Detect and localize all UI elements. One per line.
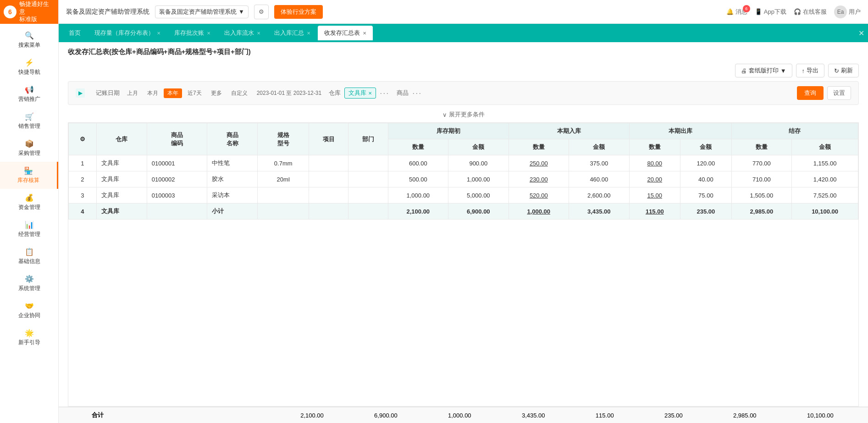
messages-button[interactable]: 🔔 消息 6 [726,8,747,16]
col-settings-header[interactable]: ⚙ [69,123,97,155]
row-warehouse: 文具库 [96,171,147,187]
tab-batch-ledger-close[interactable]: ✕ [207,31,210,36]
row-open-amt: 900.00 [448,155,509,171]
row-open-qty: 600.00 [388,155,448,171]
row-goods-name: 小计 [207,203,258,220]
close-all-tabs-button[interactable]: ✕ [858,29,864,38]
online-service-button[interactable]: 🎧 在线客服 [794,8,827,16]
sidebar-item-quicknav[interactable]: ⚡ 快捷导航 [0,54,58,81]
print-button[interactable]: 🖨 套纸版打印 ▼ [735,64,792,77]
tab-recv-send-summary[interactable]: 收发存汇总表 ✕ [318,26,373,40]
row-project [309,171,348,187]
row-bal-amt: 1,155.00 [792,155,858,171]
print-dropdown-icon: ▼ [780,67,786,74]
sidebar-item-finance[interactable]: 💰 资金管理 [0,189,58,216]
goods-filter-group: 商品 ··· [397,88,422,98]
row-no: 2 [69,171,97,187]
app-download-label: App下载 [764,8,786,16]
data-table-wrap: ⚙ 仓库 商品编码 商品名称 规格型号 项目 部门 库存期初 本期入库 本期出库… [68,122,859,407]
sidebar-item-basic[interactable]: 📋 基础信息 [0,243,58,270]
sidebar-label-system: 系统管理 [18,285,40,292]
query-button[interactable]: 查询 [797,86,824,100]
goods-more-button[interactable]: ··· [412,88,422,98]
row-out-amt: 75.00 [680,187,732,203]
row-open-qty: 1,000.00 [388,187,448,203]
date-btn-custom[interactable]: 自定义 [227,88,251,98]
expand-conditions-button[interactable]: ∨ 展开更多条件 [442,110,485,119]
row-no: 3 [69,187,97,203]
date-btn-this-month[interactable]: 本月 [144,88,162,98]
sidebar-item-search[interactable]: 🔍 搜索菜单 [0,27,58,54]
sidebar-item-system[interactable]: ⚙️ 系统管理 [0,270,58,297]
sidebar-item-guide[interactable]: 🌟 新手引导 [0,324,58,351]
page-title: 收发存汇总表(按仓库+商品编码+商品+规格型号+项目+部门) [68,48,859,56]
row-out-qty[interactable]: 20.00 [629,171,680,187]
date-filter-group: 记账日期 上月 本月 本年 近7天 更多 自定义 2023-01-01 至 20… [96,88,321,98]
row-out-qty[interactable]: 80.00 [629,155,680,171]
sidebar-item-marketing[interactable]: 📢 营销推广 [0,81,58,108]
filter-settings-button[interactable]: 设置 [827,86,851,100]
sidebar-label-inventory: 库存核算 [17,176,39,184]
col-out-group-header: 本期出库 [629,123,731,139]
row-in-qty[interactable]: 1,000.00 [509,203,569,220]
filter-collapse-button[interactable]: ▶ [76,88,85,98]
row-in-qty[interactable]: 230.00 [509,171,569,187]
sidebar-item-purchase[interactable]: 📦 采购管理 [0,135,58,162]
sidebar-label-marketing: 营销推广 [18,95,40,103]
user-button[interactable]: Ea 用户 [834,5,861,18]
cart-icon: 🛒 [25,112,34,121]
col-out-amt-header: 金额 [680,139,732,155]
col-warehouse-header: 仓库 [96,123,147,155]
tab-stock-dist-close[interactable]: ✕ [157,31,160,36]
row-in-amt: 375.00 [569,155,629,171]
col-goods-name-header: 商品名称 [207,123,258,155]
warehouse-tag-remove[interactable]: ✕ [368,91,372,96]
row-bal-qty: 1,505.00 [731,187,791,203]
logo-icon: 6 [4,5,17,18]
row-goods-spec: 20ml [258,171,309,187]
sidebar: 6 畅捷通好生意 标准版 🔍 搜索菜单 ⚡ 快捷导航 📢 营销推广 🛒 销售管理… [0,0,59,423]
row-out-qty[interactable]: 15.00 [629,187,680,203]
tab-batch-ledger[interactable]: 库存批次账 ✕ [168,26,217,40]
settings-gear-button[interactable]: ⚙ [254,5,269,19]
date-btn-7days[interactable]: 近7天 [184,88,205,98]
col-goods-spec-header: 规格型号 [258,123,309,155]
date-btn-this-year[interactable]: 本年 [164,88,182,98]
headset-icon: 🎧 [794,8,801,15]
warehouse-more-button[interactable]: ··· [380,88,389,98]
refresh-label: 刷新 [841,66,853,75]
export-button[interactable]: ↑ 导出 [796,64,825,77]
sidebar-item-collab[interactable]: 🤝 企业协同 [0,297,58,324]
row-in-qty[interactable]: 520.00 [509,187,569,203]
sidebar-item-inventory[interactable]: 🏪 库存核算 [0,162,58,189]
date-btn-more[interactable]: 更多 [207,88,226,98]
refresh-button[interactable]: ↻ 刷新 [828,64,859,77]
experience-button[interactable]: 体验行业方案 [274,5,323,19]
tab-stock-dist[interactable]: 现存量（库存分布表） ✕ [88,26,167,40]
tab-inout-flow[interactable]: 出入库流水 ✕ [218,26,267,40]
tab-recv-send-summary-close[interactable]: ✕ [363,31,366,36]
row-open-qty: 2,100.00 [388,203,448,220]
warehouse-tag: 文具库 ✕ [344,88,376,99]
messages-badge: 6 [743,5,750,12]
row-in-qty[interactable]: 250.00 [509,155,569,171]
tab-inout-flow-close[interactable]: ✕ [257,31,260,36]
row-in-amt: 2,600.00 [569,187,629,203]
online-service-label: 在线客服 [803,8,827,16]
avatar: Ea [834,5,847,18]
sidebar-label-finance: 资金管理 [18,203,40,211]
sidebar-item-business[interactable]: 📊 经营管理 [0,216,58,243]
tab-home[interactable]: 首页 [62,26,87,40]
page-content: 收发存汇总表(按仓库+商品编码+商品+规格型号+项目+部门) 🖨 套纸版打印 ▼… [59,42,868,423]
sidebar-item-sales[interactable]: 🛒 销售管理 [0,108,58,135]
tab-inout-summary-close[interactable]: ✕ [307,31,310,36]
date-btn-last-month[interactable]: 上月 [123,88,142,98]
sidebar-label-search: 搜索菜单 [18,41,40,49]
row-out-qty[interactable]: 115.00 [629,203,680,220]
data-table: ⚙ 仓库 商品编码 商品名称 规格型号 项目 部门 库存期初 本期入库 本期出库… [68,123,858,220]
expand-label: 展开更多条件 [449,110,485,119]
system-dropdown[interactable]: 装备及固定资产辅助管理系统 ▼ [155,5,249,18]
chart-icon: 📊 [25,220,34,229]
app-download-button[interactable]: 📱 App下载 [755,8,786,16]
tab-inout-summary[interactable]: 出入库汇总 ✕ [268,26,317,40]
